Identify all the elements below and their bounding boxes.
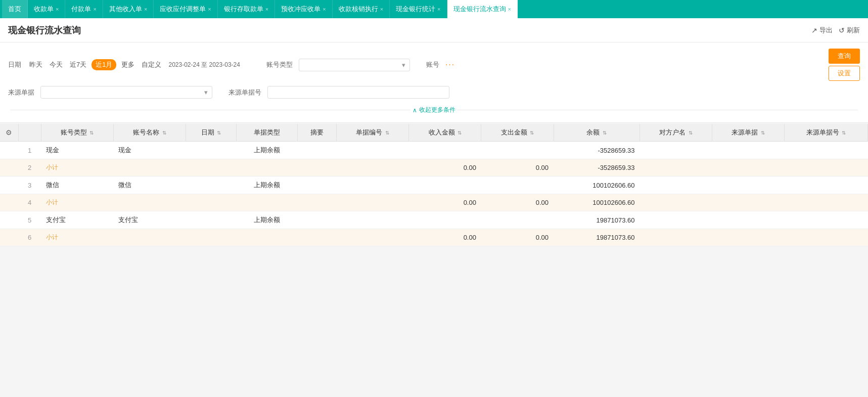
cell-balance: 19871073.60 [554, 211, 639, 229]
date-btn-custom[interactable]: 自定义 [140, 59, 163, 70]
date-btn-1month[interactable]: 近1月 [92, 59, 116, 70]
cell-income [409, 142, 481, 159]
cell-gear [0, 177, 18, 194]
column-date[interactable]: 日期 ⇅ [186, 124, 236, 142]
nav-tab-现金银行流水查询[interactable]: 现金银行流水查询× [447, 0, 518, 18]
source-doc-no-label: 来源单据号 [229, 88, 261, 97]
close-icon[interactable]: × [56, 6, 59, 12]
query-button[interactable]: 查询 [829, 49, 860, 64]
cell-account-type: 支付宝 [41, 211, 113, 229]
cell-summary [297, 142, 337, 159]
settings-button[interactable]: 设置 [829, 66, 860, 81]
cell-account-type: 小计 [41, 229, 113, 246]
action-buttons: 查询 设置 [829, 49, 860, 81]
filter-section: 日期 昨天 今天 近7天 近1月 更多 自定义 2023-02-24 至 202… [0, 42, 868, 123]
nav-tab-银行存取款单[interactable]: 银行存取款单× [218, 0, 275, 18]
close-icon[interactable]: × [508, 6, 511, 12]
account-label: 账号 [426, 60, 439, 69]
cell-summary [297, 177, 337, 194]
column-account-name[interactable]: 账号名称 ⇅ [113, 124, 186, 142]
sort-icon: ⇅ [89, 130, 94, 136]
column-doc-no[interactable]: 单据编号 ⇅ [337, 124, 409, 142]
column-income[interactable]: 收入金额 ⇅ [409, 124, 481, 142]
close-icon[interactable]: × [437, 6, 440, 12]
header-actions: ↗ 导出 ↺ 刷新 [811, 26, 860, 35]
refresh-button[interactable]: ↺ 刷新 [839, 26, 860, 35]
sort-icon-7: ⇅ [603, 130, 607, 136]
cell-balance: -3528659.33 [554, 159, 639, 177]
cell-doc-type: 上期余额 [236, 177, 297, 194]
close-icon[interactable]: × [323, 6, 326, 12]
account-ellipsis-button[interactable]: ··· [445, 60, 455, 69]
nav-tab-预收冲应收单[interactable]: 预收冲应收单× [275, 0, 332, 18]
cell-account-name: 现金 [113, 142, 186, 159]
collapse-bar[interactable]: ∧ 收起更多条件 [8, 104, 860, 116]
cell-date [186, 177, 236, 194]
cell-account-name [113, 229, 186, 246]
cell-income [409, 211, 481, 229]
cell-counterparty [640, 211, 712, 229]
close-icon[interactable]: × [93, 6, 96, 12]
column-balance[interactable]: 余额 ⇅ [554, 124, 639, 142]
column-source-doc-no[interactable]: 来源单据号 ⇅ [785, 124, 868, 142]
nav-tab-收款核销执行[interactable]: 收款核销执行× [333, 0, 390, 18]
date-btn-today[interactable]: 今天 [48, 59, 65, 70]
cell-balance: 19871073.60 [554, 229, 639, 246]
column-expense[interactable]: 支出金额 ⇅ [481, 124, 554, 142]
cell-date [186, 194, 236, 211]
close-icon[interactable]: × [208, 6, 211, 12]
cell-date [186, 142, 236, 159]
cell-summary [297, 159, 337, 177]
source-doc-select[interactable]: ▾ [40, 86, 212, 99]
cell-counterparty [640, 229, 712, 246]
export-button[interactable]: ↗ 导出 [811, 26, 833, 35]
column-counterparty[interactable]: 对方户名 ⇅ [640, 124, 712, 142]
date-btn-more[interactable]: 更多 [119, 59, 136, 70]
column-index [18, 124, 41, 142]
chevron-down-icon: ▾ [402, 61, 405, 69]
nav-tab-首页[interactable]: 首页 [2, 0, 28, 18]
gear-icon[interactable]: ⚙ [6, 128, 12, 137]
sort-icon-3: ⇅ [217, 130, 221, 136]
collapse-up-icon: ∧ [413, 107, 417, 114]
cell-doc-no [337, 177, 409, 194]
nav-tab-其他收入单[interactable]: 其他收入单× [103, 0, 154, 18]
column-account-type[interactable]: 账号类型 ⇅ [41, 124, 113, 142]
nav-tab-收款单[interactable]: 收款单× [28, 0, 65, 18]
cell-income: 0.00 [409, 159, 481, 177]
close-icon[interactable]: × [265, 6, 268, 12]
cell-income [409, 177, 481, 194]
filter-row-1: 日期 昨天 今天 近7天 近1月 更多 自定义 2023-02-24 至 202… [8, 49, 860, 81]
cell-balance: 100102606.60 [554, 177, 639, 194]
cell-account-name [113, 159, 186, 177]
date-btn-yesterday[interactable]: 昨天 [27, 59, 44, 70]
column-gear[interactable]: ⚙ [0, 124, 18, 142]
cell-source-doc-no [785, 159, 868, 177]
close-icon[interactable]: × [380, 6, 383, 12]
close-icon[interactable]: × [144, 6, 147, 12]
cell-account-type: 小计 [41, 159, 113, 177]
cell-counterparty [640, 177, 712, 194]
cell-index: 4 [18, 194, 41, 211]
account-type-select[interactable]: ▾ [299, 59, 410, 71]
nav-tab-付款单[interactable]: 付款单× [65, 0, 103, 18]
table-row: 6 小计 0.00 0.00 19871073.60 [0, 229, 868, 246]
cell-counterparty [640, 142, 712, 159]
export-label: 导出 [819, 26, 833, 35]
page-title: 现金银行流水查询 [8, 24, 81, 36]
cell-balance: -3528659.33 [554, 142, 639, 159]
cell-doc-type: 上期余额 [236, 142, 297, 159]
cell-source-doc-no [785, 177, 868, 194]
date-shortcuts: 昨天 今天 近7天 近1月 更多 自定义 2023-02-24 至 2023-0… [27, 59, 240, 70]
column-source-doc[interactable]: 来源单据 ⇅ [712, 124, 785, 142]
cell-source-doc-no [785, 229, 868, 246]
cell-doc-no [337, 211, 409, 229]
cell-date [186, 159, 236, 177]
source-doc-no-input[interactable] [267, 86, 449, 99]
cell-index: 3 [18, 177, 41, 194]
nav-tab-应收应付调整单[interactable]: 应收应付调整单× [154, 0, 217, 18]
nav-tab-现金银行统计[interactable]: 现金银行统计× [390, 0, 447, 18]
date-btn-7days[interactable]: 近7天 [68, 59, 88, 70]
table-row: 3 微信 微信 上期余额 100102606.60 [0, 177, 868, 194]
cell-expense [481, 177, 554, 194]
